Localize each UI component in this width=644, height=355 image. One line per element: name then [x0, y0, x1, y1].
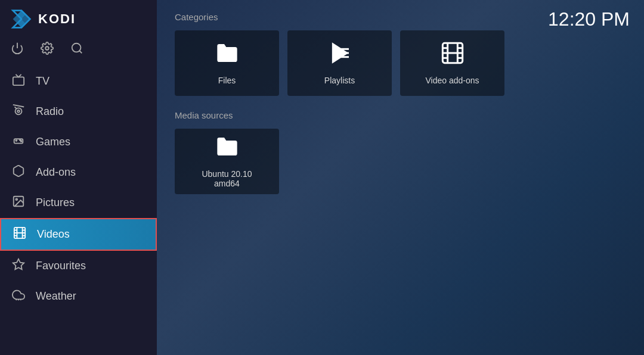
tv-icon	[11, 73, 26, 89]
tile-playlists-label: Playlists	[324, 76, 355, 85]
sidebar-actions	[0, 38, 157, 66]
power-icon[interactable]	[11, 42, 24, 58]
sidebar-item-games[interactable]: Games	[0, 127, 157, 157]
playlists-icon	[328, 41, 352, 70]
sidebar-item-addons[interactable]: Add-ons	[0, 157, 157, 188]
folder-icon	[215, 41, 239, 70]
sidebar-item-radio-label: Radio	[36, 105, 64, 118]
sidebar-item-videos[interactable]: Videos	[0, 218, 157, 251]
film-icon	[441, 41, 465, 70]
sidebar-item-favourites[interactable]: Favourites	[0, 251, 157, 281]
tile-files[interactable]: Files	[175, 30, 279, 96]
time-display: 12:20 PM	[548, 8, 630, 30]
svg-marker-26	[13, 259, 24, 269]
sidebar-item-games-label: Games	[36, 136, 70, 148]
weather-icon	[11, 288, 26, 304]
sidebar-item-radio[interactable]: Radio	[0, 96, 157, 127]
main-content: 12:20 PM Categories Files Playlists	[157, 0, 644, 355]
favourites-icon	[11, 258, 26, 274]
svg-point-6	[45, 46, 49, 50]
svg-point-11	[17, 110, 20, 113]
sidebar-item-favourites-label: Favourites	[36, 260, 86, 272]
svg-point-17	[16, 198, 17, 200]
videos-icon	[12, 226, 27, 242]
tile-video-addons[interactable]: Video add-ons	[400, 30, 504, 96]
app-header: KODI	[0, 0, 157, 38]
tile-files-label: Files	[218, 76, 236, 85]
svg-rect-9	[13, 77, 24, 85]
svg-point-15	[21, 141, 22, 142]
sidebar: KODI	[0, 0, 157, 355]
games-icon	[11, 134, 26, 150]
addons-icon	[11, 164, 26, 180]
sidebar-item-weather[interactable]: Weather	[0, 281, 157, 312]
media-sources-label: Media sources	[175, 110, 626, 120]
media-sources-tiles: Ubuntu 20.10 amd64	[175, 129, 626, 194]
sidebar-item-addons-label: Add-ons	[36, 166, 76, 179]
sidebar-item-pictures-label: Pictures	[36, 197, 75, 209]
tile-video-addons-label: Video add-ons	[425, 76, 479, 85]
kodi-logo-icon	[11, 8, 32, 30]
sidebar-item-tv[interactable]: TV	[0, 66, 157, 96]
sidebar-item-weather-label: Weather	[36, 290, 76, 303]
tile-ubuntu[interactable]: Ubuntu 20.10 amd64	[175, 129, 279, 194]
app-title: KODI	[38, 11, 76, 27]
categories-tiles: Files Playlists	[175, 30, 626, 96]
ubuntu-folder-icon	[215, 135, 239, 163]
sidebar-nav: TV Radio	[0, 66, 157, 355]
settings-icon[interactable]	[41, 42, 54, 58]
sidebar-item-videos-label: Videos	[37, 228, 70, 241]
radio-icon	[11, 104, 26, 120]
sidebar-item-pictures[interactable]: Pictures	[0, 188, 157, 218]
tile-playlists[interactable]: Playlists	[287, 30, 392, 96]
search-icon[interactable]	[70, 42, 83, 58]
svg-point-7	[72, 43, 81, 52]
tile-ubuntu-label: Ubuntu 20.10 amd64	[202, 169, 252, 188]
pictures-icon	[11, 195, 26, 211]
svg-line-8	[79, 51, 82, 53]
sidebar-item-tv-label: TV	[36, 75, 49, 88]
